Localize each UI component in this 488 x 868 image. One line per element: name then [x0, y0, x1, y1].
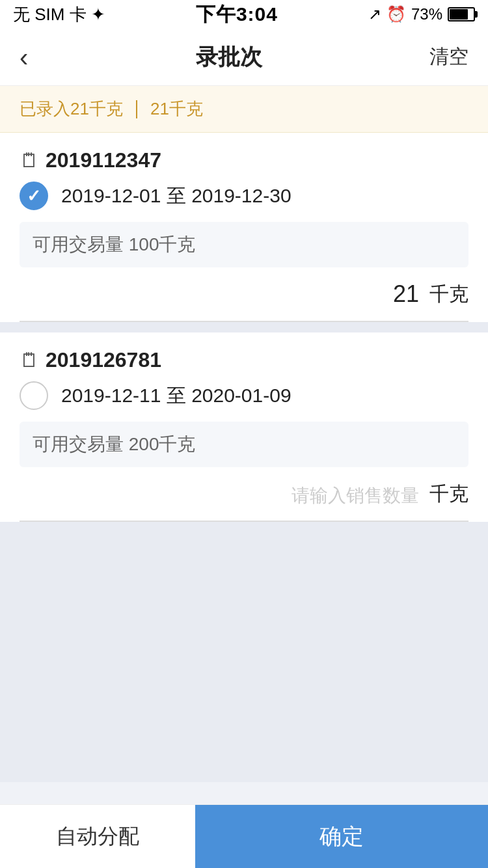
status-left: 无 SIM 卡 ✦	[13, 3, 105, 26]
status-bar: 无 SIM 卡 ✦ 下午3:04 ↗ ⏰ 73%	[0, 0, 488, 29]
quantity-row-2: 千克	[0, 467, 488, 521]
clear-button[interactable]: 清空	[429, 44, 468, 70]
battery-percent: 73%	[411, 5, 442, 23]
recorded-value: 21千克	[150, 98, 203, 120]
quantity-row-1: 千克	[0, 267, 488, 321]
section-divider	[0, 322, 488, 332]
confirm-button[interactable]: 确定	[195, 805, 488, 868]
page-title: 录批次	[196, 42, 262, 72]
batch-id-2: 2019126781	[46, 348, 161, 372]
avail-row-2: 可用交易量 200千克	[20, 422, 468, 467]
batch-id-row-2: 🗒 2019126781	[20, 348, 468, 372]
batch-card-1: 🗒 2019112347 ✓ 2019-12-01 至 2019-12-30 可…	[0, 133, 488, 322]
unit-2: 千克	[429, 481, 468, 508]
quantity-input-1[interactable]	[127, 280, 419, 308]
quantity-input-2[interactable]	[127, 480, 419, 508]
batch-card-2: 🗒 2019126781 2019-12-11 至 2020-01-09 可用交…	[0, 332, 488, 522]
back-button[interactable]: ‹	[20, 44, 28, 70]
status-right: ↗ ⏰ 73%	[368, 5, 475, 23]
batch-id-row-1: 🗒 2019112347	[20, 148, 468, 172]
check-icon-1: ✓	[27, 187, 41, 204]
radio-1[interactable]: ✓	[20, 182, 48, 210]
batch-date-2: 2019-12-11 至 2020-01-09	[61, 383, 291, 409]
unit-1: 千克	[429, 281, 468, 308]
auto-distribute-button[interactable]: 自动分配	[0, 805, 195, 868]
banner-divider	[136, 100, 137, 118]
status-time: 下午3:04	[196, 1, 278, 28]
radio-2[interactable]	[20, 381, 48, 410]
battery-icon	[448, 7, 475, 21]
avail-row-1: 可用交易量 100千克	[20, 222, 468, 267]
nav-bar: ‹ 录批次 清空	[0, 29, 488, 86]
info-banner: 已录入21千克 21千克	[0, 86, 488, 133]
content-area: 🗒 2019112347 ✓ 2019-12-01 至 2019-12-30 可…	[0, 133, 488, 868]
empty-area	[0, 522, 488, 782]
batch-id-1: 2019112347	[46, 148, 161, 172]
doc-icon-2: 🗒	[20, 349, 39, 372]
doc-icon-1: 🗒	[20, 150, 39, 172]
bottom-bar: 自动分配 确定	[0, 804, 488, 868]
batch-date-row-1[interactable]: ✓ 2019-12-01 至 2019-12-30	[20, 182, 468, 210]
alarm-icon: ⏰	[386, 5, 406, 23]
sim-label: 无 SIM 卡 ✦	[13, 3, 105, 26]
batch-date-row-2[interactable]: 2019-12-11 至 2020-01-09	[20, 381, 468, 410]
location-icon: ↗	[368, 5, 381, 23]
batch-date-1: 2019-12-01 至 2019-12-30	[61, 183, 291, 210]
recorded-label: 已录入21千克	[20, 98, 123, 120]
